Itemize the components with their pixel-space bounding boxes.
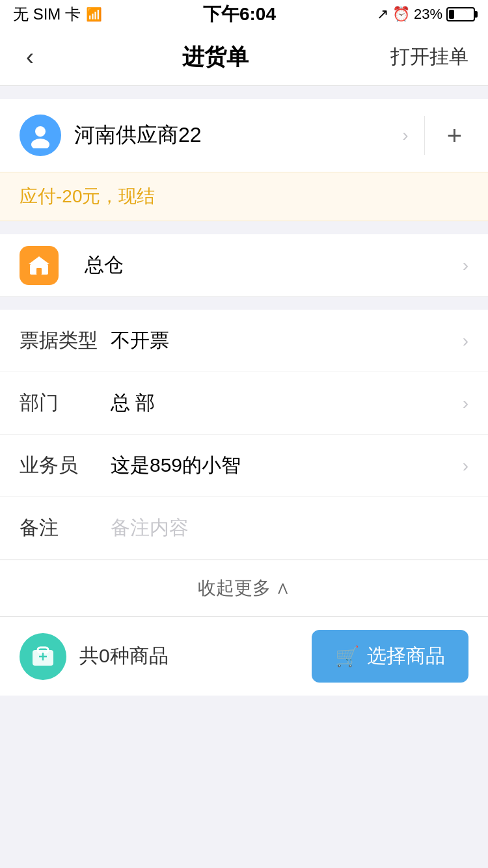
supplier-chevron-icon: › bbox=[402, 125, 408, 146]
salesperson-row[interactable]: 业务员 这是859的小智 › bbox=[0, 435, 488, 497]
add-divider bbox=[424, 116, 425, 155]
warehouse-row[interactable]: 总仓 › bbox=[0, 234, 488, 297]
battery-fill bbox=[449, 10, 454, 19]
warehouse-divider bbox=[0, 221, 488, 234]
svg-rect-4 bbox=[36, 268, 42, 275]
supplier-row[interactable]: 河南供应商22 › + bbox=[0, 99, 488, 172]
supplier-section: 河南供应商22 › + 应付-20元，现结 bbox=[0, 99, 488, 221]
alarm-icon: ⏰ bbox=[392, 6, 410, 23]
supplier-avatar bbox=[20, 115, 61, 156]
battery-bar bbox=[446, 7, 475, 21]
svg-point-1 bbox=[31, 139, 49, 148]
select-goods-icon: 🛒 bbox=[335, 645, 359, 668]
goods-icon-wrap bbox=[20, 633, 66, 680]
page-title: 进货单 bbox=[182, 42, 249, 72]
select-goods-button[interactable]: 🛒 选择商品 bbox=[312, 630, 468, 683]
invoice-type-row[interactable]: 票据类型 不开票 › bbox=[0, 310, 488, 372]
goods-count: 共0种商品 bbox=[79, 643, 299, 670]
status-time: 下午6:04 bbox=[203, 2, 276, 27]
invoice-type-chevron-icon: › bbox=[463, 331, 468, 351]
nav-bar: ‹ 进货单 打开挂单 bbox=[0, 29, 488, 86]
notice-text: 应付-20元，现结 bbox=[20, 186, 155, 206]
department-chevron-icon: › bbox=[463, 393, 468, 414]
remark-value[interactable]: 备注内容 bbox=[111, 515, 468, 541]
svg-point-0 bbox=[35, 126, 46, 137]
collapse-label: 收起更多 ∧ bbox=[198, 576, 291, 601]
supplier-name: 河南供应商22 bbox=[74, 121, 402, 150]
status-left: 无 SIM 卡 📶 bbox=[13, 4, 102, 25]
invoice-type-label: 票据类型 bbox=[20, 327, 98, 354]
status-bar: 无 SIM 卡 📶 下午6:04 ↗ ⏰ 23% bbox=[0, 0, 488, 29]
battery-text: 23% bbox=[414, 6, 442, 23]
salesperson-value: 这是859的小智 bbox=[111, 452, 456, 479]
invoice-type-value: 不开票 bbox=[111, 327, 456, 354]
status-right: ↗ ⏰ 23% bbox=[377, 6, 475, 23]
open-pending-button[interactable]: 打开挂单 bbox=[390, 44, 468, 70]
wifi-icon: 📶 bbox=[86, 7, 102, 22]
department-row[interactable]: 部门 总 部 › bbox=[0, 372, 488, 435]
department-label: 部门 bbox=[20, 390, 98, 416]
remark-label: 备注 bbox=[20, 515, 98, 541]
warehouse-chevron-icon: › bbox=[463, 255, 468, 276]
add-supplier-button[interactable]: + bbox=[441, 118, 468, 153]
page-content: 河南供应商22 › + 应付-20元，现结 总仓 › bbox=[0, 86, 488, 868]
select-goods-label: 选择商品 bbox=[367, 643, 445, 670]
supplier-actions: › + bbox=[402, 116, 468, 155]
department-value: 总 部 bbox=[111, 390, 456, 416]
warehouse-icon-wrap bbox=[20, 246, 59, 285]
fields-divider bbox=[0, 297, 488, 310]
bottom-bar: 共0种商品 🛒 选择商品 bbox=[0, 616, 488, 696]
back-button[interactable]: ‹ bbox=[20, 37, 40, 77]
notice-bar: 应付-20元，现结 bbox=[0, 172, 488, 221]
fields-section: 票据类型 不开票 › 部门 总 部 › 业务员 这是859的小智 › 备注 备注… bbox=[0, 310, 488, 616]
top-divider bbox=[0, 86, 488, 99]
salesperson-label: 业务员 bbox=[20, 452, 98, 479]
location-icon: ↗ bbox=[377, 6, 388, 23]
warehouse-label: 总仓 bbox=[85, 252, 456, 278]
salesperson-chevron-icon: › bbox=[463, 455, 468, 476]
carrier-label: 无 SIM 卡 bbox=[13, 4, 81, 25]
remark-row[interactable]: 备注 备注内容 bbox=[0, 497, 488, 560]
collapse-row[interactable]: 收起更多 ∧ bbox=[0, 560, 488, 616]
svg-marker-3 bbox=[29, 256, 49, 264]
